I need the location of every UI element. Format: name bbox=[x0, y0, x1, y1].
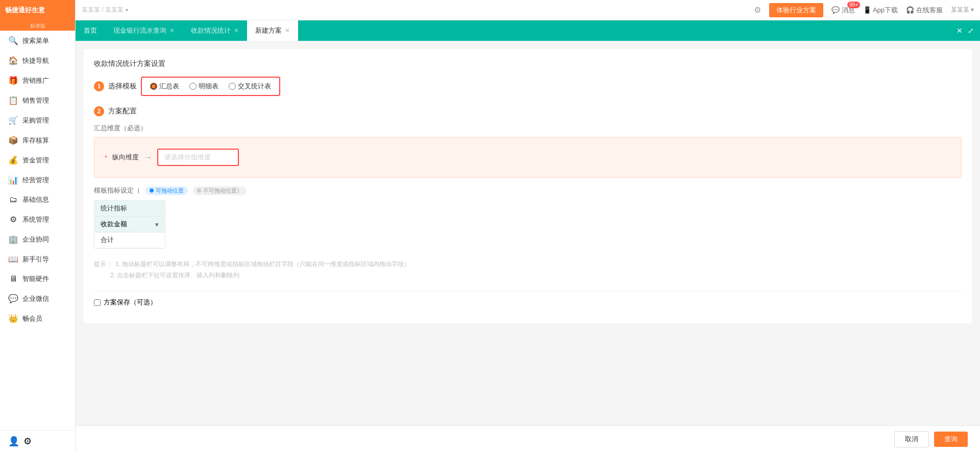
user-info[interactable]: 某某某 ▾ bbox=[951, 6, 974, 14]
user-name: 某某某 bbox=[951, 6, 969, 13]
tabs-controls: ✕ ⤢ bbox=[957, 27, 980, 35]
sidebar-item-basic[interactable]: 🗂 基础信息 bbox=[0, 190, 75, 209]
stats-row-label: 合计 bbox=[101, 236, 114, 244]
radio-detail-label: 明细表 bbox=[199, 82, 218, 91]
sidebar-item-marketing[interactable]: 🎁 营销推广 bbox=[0, 70, 75, 90]
indicator-label: 模板指标设定（ bbox=[94, 186, 140, 195]
download-action[interactable]: 📱 App下载 bbox=[863, 6, 898, 15]
sidebar-nav: 🔍 搜索菜单 🏠 快捷导航 🎁 营销推广 📋 销售管理 🛒 采购管理 📦 库存核… bbox=[0, 31, 75, 430]
sidebar-item-operation[interactable]: 📊 经营管理 bbox=[0, 170, 75, 190]
download-label: App下载 bbox=[873, 6, 898, 14]
tab-collection-close-icon[interactable]: ✕ bbox=[234, 27, 239, 34]
sidebar-item-purchase[interactable]: 🛒 采购管理 bbox=[0, 110, 75, 130]
sidebar-item-search[interactable]: 🔍 搜索菜单 bbox=[0, 31, 75, 51]
tab-new-close-icon[interactable]: ✕ bbox=[285, 27, 290, 34]
radio-detail-input[interactable] bbox=[189, 83, 197, 90]
unmovable-label: 不可拖动位置） bbox=[203, 187, 242, 195]
close-window-icon[interactable]: ✕ bbox=[957, 27, 963, 35]
sidebar-item-label: 采购管理 bbox=[22, 116, 49, 125]
maximize-window-icon[interactable]: ⤢ bbox=[968, 27, 974, 35]
config-section: 汇总维度（必选） * 纵向维度 → 请选择分组维度 bbox=[94, 124, 962, 281]
sidebar-logo: 畅捷通好生意 bbox=[0, 0, 75, 20]
service-icon: 🎧 bbox=[906, 6, 914, 14]
step2-label: 方案配置 bbox=[108, 107, 137, 116]
tip1-line: 提示： 1. 拖动标题栏可以调整布局，不可跨维度或指标区域拖动栏目字段（只能在同… bbox=[94, 259, 962, 270]
tab-bank[interactable]: 现金银行流水查询 ✕ bbox=[105, 20, 183, 41]
indicator-table-header: 统计指标 bbox=[94, 201, 165, 217]
home-icon: 🏠 bbox=[8, 56, 18, 65]
save-checkbox[interactable] bbox=[94, 299, 101, 306]
guide-icon: 📖 bbox=[8, 254, 18, 264]
search-icon: 🔍 bbox=[8, 36, 18, 45]
trial-btn[interactable]: 体验行业方案 bbox=[769, 3, 823, 17]
topbar-gear-icon[interactable]: ⚙ bbox=[754, 5, 761, 15]
sidebar-item-label: 销售管理 bbox=[22, 96, 49, 105]
notification-count: 99+ bbox=[847, 2, 860, 8]
tip2: 2. 点击标题栏下拉可设置排序、插入列和删除列 bbox=[110, 270, 239, 281]
step2-section: 2 方案配置 汇总维度（必选） * 纵向维度 → 请选择分组维度 bbox=[94, 106, 962, 281]
dimension-row: * 纵向维度 → 请选择分组维度 bbox=[105, 149, 239, 166]
sidebar-bottom: 👤 ⚙ bbox=[0, 430, 75, 452]
main-area: 某某某 / 某某某 ▾ ⚙ 体验行业方案 💬 消息 99+ 📱 App下载 🎧 … bbox=[76, 0, 980, 452]
tab-home[interactable]: 首页 bbox=[76, 20, 105, 41]
sidebar-item-label: 资金管理 bbox=[22, 156, 49, 165]
step1-label: 选择模板 bbox=[108, 82, 137, 91]
cancel-button[interactable]: 取消 bbox=[894, 431, 929, 447]
topbar-actions: 💬 消息 99+ 📱 App下载 🎧 在线客服 某某某 ▾ bbox=[831, 6, 974, 15]
message-icon: 💬 bbox=[831, 6, 840, 14]
save-option: 方案保存（可选） bbox=[94, 291, 962, 313]
stats-col-dropdown-icon[interactable]: ▾ bbox=[155, 221, 159, 228]
panel-title: 收款情况统计方案设置 bbox=[94, 59, 962, 68]
radio-summary[interactable]: 汇总表 bbox=[150, 82, 179, 91]
sidebar-item-wechat[interactable]: 💬 企业微信 bbox=[0, 289, 75, 308]
sidebar-item-system[interactable]: ⚙ 系统管理 bbox=[0, 209, 75, 229]
enterprise-icon: 🏢 bbox=[8, 234, 18, 244]
sidebar-item-inventory[interactable]: 📦 库存核算 bbox=[0, 130, 75, 150]
sidebar-item-quicknav[interactable]: 🏠 快捷导航 bbox=[0, 51, 75, 70]
tab-new[interactable]: 新建方案 ✕ bbox=[247, 20, 298, 41]
topbar: 某某某 / 某某某 ▾ ⚙ 体验行业方案 💬 消息 99+ 📱 App下载 🎧 … bbox=[76, 0, 980, 20]
sidebar-item-label: 新手引导 bbox=[22, 255, 49, 264]
sidebar-item-capital[interactable]: 💰 资金管理 bbox=[0, 150, 75, 170]
sidebar-item-member[interactable]: 👑 畅会员 bbox=[0, 308, 75, 328]
system-icon: ⚙ bbox=[8, 215, 18, 224]
radio-summary-input[interactable] bbox=[150, 83, 157, 90]
tips-section: 提示： 1. 拖动标题栏可以调整布局，不可跨维度或指标区域拖动栏目字段（只能在同… bbox=[94, 259, 962, 281]
movable-tag: 可拖动位置 bbox=[145, 186, 188, 195]
breadcrumb-dropdown-icon[interactable]: ▾ bbox=[126, 7, 128, 13]
dim-arrow-icon: → bbox=[144, 153, 152, 162]
sidebar-item-guide[interactable]: 📖 新手引导 bbox=[0, 249, 75, 269]
tab-collection[interactable]: 收款情况统计 ✕ bbox=[183, 20, 247, 41]
tips-title: 提示： bbox=[94, 259, 112, 270]
gift-icon: 🎁 bbox=[8, 76, 18, 85]
dim-select-box[interactable]: 请选择分组维度 bbox=[157, 149, 239, 166]
save-checkbox-label: 方案保存（可选） bbox=[104, 298, 157, 307]
notification-badge[interactable]: 💬 消息 99+ bbox=[831, 6, 855, 15]
user-dropdown-icon: ▾ bbox=[971, 6, 974, 13]
radio-detail[interactable]: 明细表 bbox=[189, 82, 218, 91]
sidebar-item-sales[interactable]: 📋 销售管理 bbox=[0, 90, 75, 110]
sidebar: 畅捷通好生意 标准版 🔍 搜索菜单 🏠 快捷导航 🎁 营销推广 📋 销售管理 🛒… bbox=[0, 0, 76, 452]
logo-text: 畅捷通好生意 bbox=[5, 6, 45, 15]
radio-cross[interactable]: 交叉统计表 bbox=[229, 82, 271, 91]
wechat-icon: 💬 bbox=[8, 294, 18, 303]
basic-icon: 🗂 bbox=[8, 195, 18, 204]
sidebar-item-label: 智能硬件 bbox=[22, 274, 49, 283]
stats-col-row[interactable]: 收款金额 ▾ bbox=[94, 217, 165, 232]
inventory-icon: 📦 bbox=[8, 135, 18, 145]
stats-group-label: 统计指标 bbox=[101, 204, 127, 213]
indicator-settings: 模板指标设定（ 可拖动位置 不可拖动位置） bbox=[94, 186, 962, 249]
tab-bank-close-icon[interactable]: ✕ bbox=[169, 27, 175, 34]
radio-cross-label: 交叉统计表 bbox=[238, 82, 271, 91]
movable-label: 可拖动位置 bbox=[156, 187, 184, 195]
query-button[interactable]: 查询 bbox=[934, 432, 968, 447]
sidebar-item-label: 基础信息 bbox=[22, 195, 49, 204]
sidebar-item-hardware[interactable]: 🖥 智能硬件 bbox=[0, 269, 75, 289]
sidebar-item-label: 营销推广 bbox=[22, 76, 49, 85]
hardware-icon: 🖥 bbox=[8, 274, 18, 283]
radio-cross-input[interactable] bbox=[229, 83, 236, 90]
sidebar-item-label: 快捷导航 bbox=[22, 56, 49, 65]
service-action[interactable]: 🎧 在线客服 bbox=[906, 6, 943, 15]
step2-header: 2 方案配置 bbox=[94, 106, 962, 116]
sidebar-item-enterprise[interactable]: 🏢 企业协同 bbox=[0, 229, 75, 249]
